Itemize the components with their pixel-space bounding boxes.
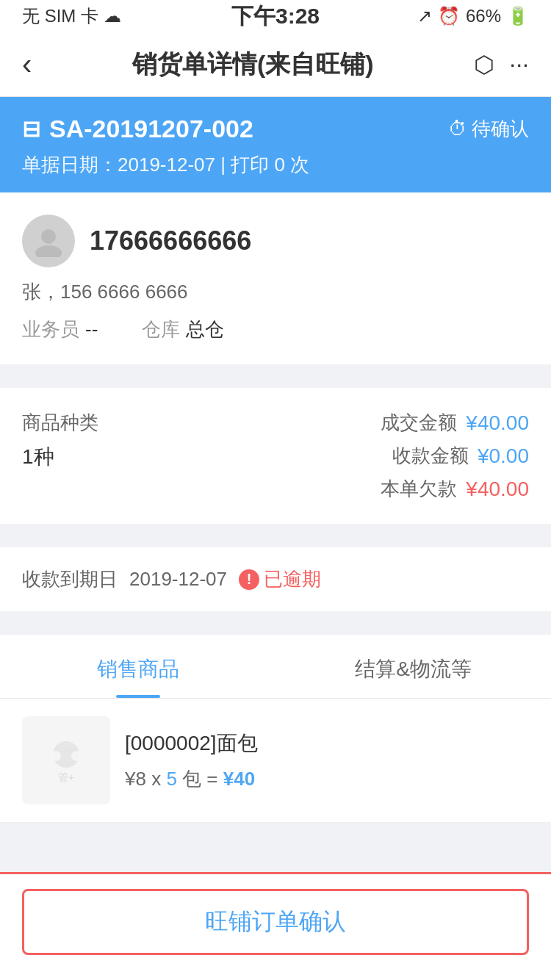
status-bar: 无 SIM 卡 ☁ 下午3:28 ↗ ⏰ 66% 🔋	[0, 0, 551, 32]
product-type-label: 商品种类	[22, 410, 98, 436]
location-icon: ↗	[417, 6, 432, 26]
salesperson-label: 业务员	[22, 317, 79, 342]
more-icon[interactable]: ···	[509, 51, 529, 78]
product-type-value: 1种	[22, 443, 98, 471]
overdue-icon: !	[239, 569, 259, 590]
received-amount-value: ¥0.00	[478, 444, 529, 468]
deal-amount-value: ¥40.00	[466, 411, 529, 435]
order-id-text: SA-20191207-002	[49, 115, 253, 143]
svg-text:管+: 管+	[58, 771, 74, 783]
bottom-bar: 旺铺订单确认	[0, 872, 551, 980]
svg-point-0	[41, 229, 56, 244]
svg-point-3	[51, 751, 61, 761]
sim-status: 无 SIM 卡 ☁	[22, 4, 121, 28]
share-icon[interactable]: ⬡	[474, 51, 494, 79]
separator-3	[0, 623, 551, 635]
order-id-row: ⊟ SA-20191207-002	[22, 115, 253, 143]
status-right: ↗ ⏰ 66% 🔋	[417, 6, 529, 26]
separator-1	[0, 376, 551, 388]
separator-2	[0, 536, 551, 547]
tab-products-label: 销售商品	[97, 657, 179, 680]
received-amount-label: 收款金额	[392, 443, 469, 469]
product-price-row: ¥8 x 5 包 = ¥40	[125, 766, 529, 792]
product-thumbnail: 管+	[22, 716, 110, 804]
price-equals: =	[206, 768, 223, 790]
tabs: 销售商品 结算&物流等	[0, 635, 551, 699]
status-text: 待确认	[472, 116, 529, 142]
product-unit-price: ¥8	[125, 768, 146, 790]
nav-bar: ‹ 销货单详情(来自旺铺) ⬡ ···	[0, 32, 551, 97]
warehouse-label: 仓库	[142, 317, 180, 342]
nav-right: ⬡ ···	[474, 51, 529, 79]
customer-phone: 17666666666	[90, 226, 251, 256]
product-list: 管+ [0000002]面包 ¥8 x 5 包 = ¥40	[0, 699, 551, 823]
battery-level: 66%	[466, 6, 501, 26]
nav-left: ‹	[22, 48, 32, 81]
tab-products[interactable]: 销售商品	[0, 635, 276, 698]
customer-meta: 业务员 -- 仓库 总仓	[22, 317, 529, 342]
summary-card: 商品种类 1种 成交金额 ¥40.00 收款金额 ¥0.00 本单欠款 ¥40.…	[0, 388, 551, 524]
product-item: 管+ [0000002]面包 ¥8 x 5 包 = ¥40	[0, 699, 551, 823]
customer-card: 17666666666 张，156 6666 6666 业务员 -- 仓库 总仓	[0, 192, 551, 364]
product-name: [0000002]面包	[125, 729, 529, 757]
battery-icon: 🔋	[507, 6, 529, 26]
status-clock-icon: ⏱	[448, 118, 467, 140]
order-icon: ⊟	[22, 116, 40, 142]
tabs-container: 销售商品 结算&物流等	[0, 635, 551, 699]
product-info: [0000002]面包 ¥8 x 5 包 = ¥40	[125, 729, 529, 792]
due-date-value: 2019-12-07	[129, 568, 227, 591]
svg-point-4	[71, 751, 82, 761]
product-unit: 包	[182, 768, 201, 790]
tab-settlement-label: 结算&物流等	[355, 657, 472, 680]
page-title: 销货单详情(来自旺铺)	[132, 48, 374, 82]
alarm-icon: ⏰	[438, 6, 460, 26]
product-qty: 5	[166, 768, 176, 790]
order-date: 单据日期：2019-12-07 | 打印 0 次	[22, 152, 529, 178]
status-time: 下午3:28	[231, 1, 320, 32]
customer-avatar	[22, 215, 75, 267]
overdue-text: 已逾期	[264, 566, 321, 592]
balance-label: 本单欠款	[381, 476, 457, 502]
order-header: ⊟ SA-20191207-002 ⏱ 待确认 单据日期：2019-12-07 …	[0, 97, 551, 192]
warehouse-value: 总仓	[186, 317, 224, 342]
tab-settlement[interactable]: 结算&物流等	[276, 635, 551, 698]
order-status: ⏱ 待确认	[448, 116, 529, 142]
customer-name: 张，156 6666 6666	[22, 279, 529, 305]
balance-amount-value: ¥40.00	[466, 478, 529, 501]
back-button[interactable]: ‹	[22, 48, 32, 81]
status-left: 无 SIM 卡 ☁	[22, 4, 121, 28]
salesperson-value: --	[85, 318, 98, 341]
due-date-card: 收款到期日 2019-12-07 ! 已逾期	[0, 547, 551, 611]
overdue-indicator: ! 已逾期	[239, 566, 321, 592]
product-total: ¥40	[223, 768, 255, 790]
confirm-button[interactable]: 旺铺订单确认	[22, 889, 529, 955]
due-date-label: 收款到期日	[22, 566, 118, 592]
price-multiply: x	[151, 768, 166, 790]
svg-point-1	[35, 245, 62, 257]
deal-amount-label: 成交金额	[381, 410, 457, 436]
